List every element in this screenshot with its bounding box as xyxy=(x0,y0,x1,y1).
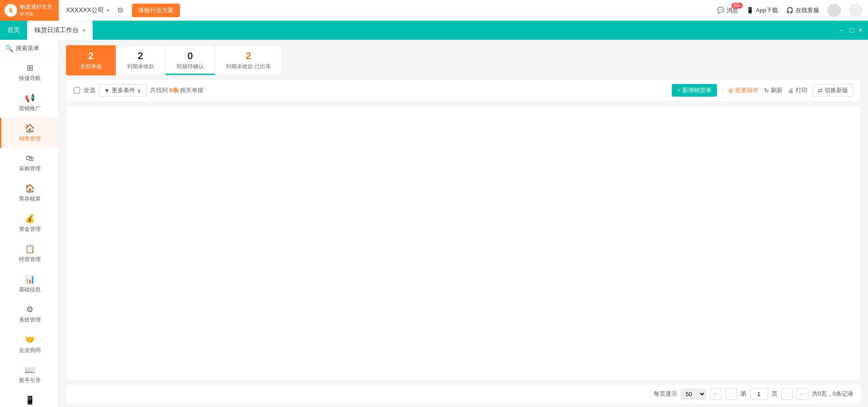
select-all-checkbox[interactable] xyxy=(74,87,80,94)
sidebar-item-enterprise[interactable]: 🤝 企业协同 xyxy=(0,329,58,360)
finance-icon: 💰 xyxy=(25,214,35,224)
print-button[interactable]: 🖨 打印 xyxy=(788,86,807,94)
trial-button[interactable]: 体验行业方案 xyxy=(132,4,180,17)
batch-operation-button[interactable]: ⊞ 批量操作 xyxy=(728,86,759,94)
avatar-extra[interactable] xyxy=(849,4,863,17)
app-download-button[interactable]: 📱 App下载 xyxy=(746,6,778,14)
tab-home[interactable]: 首页 xyxy=(0,21,27,40)
refresh-icon: ↻ xyxy=(764,87,769,94)
main-layout: 🔍 搜索菜单 ⊞ 快捷导航 📢 营销推广 🏠 销售管理 🛍 采购管理 🏠 库存核… xyxy=(0,40,868,407)
add-sales-order-button[interactable]: + 新增销货单 xyxy=(672,84,717,97)
tab-close-icon[interactable]: × xyxy=(82,27,85,33)
sidebar-item-guide[interactable]: 📖 新手引导 xyxy=(0,360,58,390)
logo-text: 畅捷通好生意 标准版 xyxy=(20,4,52,17)
page-suffix: 页 xyxy=(772,390,778,398)
page-number-input[interactable] xyxy=(750,388,768,400)
refresh-button[interactable]: ↻ 刷新 xyxy=(764,86,783,94)
grid-icon: ⊞ xyxy=(27,63,33,73)
download-icon: 📱 xyxy=(746,7,754,14)
total-label: 共0页，0条记录 xyxy=(812,390,854,398)
page-label: 第 xyxy=(741,390,746,398)
batch-icon: ⊞ xyxy=(728,87,733,94)
top-header: 6 畅捷通好生意 标准版 XXXXXX公司 ▾ ⚙ 体验行业方案 💬 消息 99… xyxy=(0,0,868,21)
inventory-icon: 🏠 xyxy=(25,183,35,193)
sidebar-item-app-center[interactable]: 📱 应用中心 xyxy=(0,390,58,407)
sidebar-item-inventory[interactable]: 🏠 库存核算 xyxy=(0,178,58,208)
online-service-button[interactable]: 🎧 在线客服 xyxy=(786,6,819,14)
tab-qianhuowork[interactable]: 钱货日清工作台 × xyxy=(27,21,93,40)
filter-tab-overdue[interactable]: 2 到期未收款 xyxy=(116,45,165,75)
sales-icon: 🏠 xyxy=(25,123,35,133)
sidebar: 🔍 搜索菜单 ⊞ 快捷导航 📢 营销推广 🏠 销售管理 🛍 采购管理 🏠 库存核… xyxy=(0,40,59,407)
sidebar-item-system[interactable]: ⚙ 系统管理 xyxy=(0,299,58,329)
divider xyxy=(722,87,723,94)
message-button[interactable]: 💬 消息 99+ xyxy=(717,6,738,14)
purchase-icon: 🛍 xyxy=(26,154,34,163)
content-area: 2 全部单据 2 到期未收款 0 旺辅待确认 2 到期未收款 已出库 全选 xyxy=(59,40,868,407)
enterprise-icon: 🤝 xyxy=(25,335,35,345)
print-icon: 🖨 xyxy=(788,87,794,94)
sidebar-item-basic-info[interactable]: 📊 基础信息 xyxy=(0,269,58,299)
sidebar-item-finance[interactable]: 💰 资金管理 xyxy=(0,208,58,239)
system-icon: ⚙ xyxy=(26,304,33,314)
first-page-button[interactable]: « xyxy=(710,388,722,400)
switch-version-button[interactable]: ⇄ 切换新版 xyxy=(813,84,853,97)
sidebar-item-purchase[interactable]: 🛍 采购管理 xyxy=(0,148,58,178)
operations-icon: 📋 xyxy=(25,244,35,254)
marketing-icon: 📢 xyxy=(25,93,35,103)
table-area xyxy=(66,105,861,380)
guide-icon: 📖 xyxy=(25,365,35,375)
page-size-select[interactable]: 50 100 200 xyxy=(681,389,706,399)
sidebar-item-operations[interactable]: 📋 经营管理 xyxy=(0,239,58,269)
sidebar-item-quick-nav[interactable]: ⊞ 快捷导航 xyxy=(0,57,58,88)
basic-info-icon: 📊 xyxy=(25,274,35,284)
found-text: 共找到 0条 相关单据 xyxy=(150,86,203,94)
message-badge: 99+ xyxy=(731,3,743,9)
sidebar-item-sales[interactable]: 🏠 销售管理 xyxy=(0,118,58,148)
minimize-icon[interactable]: － xyxy=(838,26,845,35)
logo-icon: 6 xyxy=(5,4,17,17)
toolbar-left: 全选 ▼ 更多条件 ∨ 共找到 0条 相关单据 xyxy=(74,84,668,97)
company-selector[interactable]: XXXXXX公司 ▾ xyxy=(66,6,109,14)
next-page-button[interactable]: › xyxy=(781,388,793,400)
filter-tabs: 2 全部单据 2 到期未收款 0 旺辅待确认 2 到期未收款 已出库 xyxy=(59,40,868,75)
toolbar: 全选 ▼ 更多条件 ∨ 共找到 0条 相关单据 + 新增销货单 ⊞ 批量操作 xyxy=(66,79,861,102)
page-size-label: 每页显示 xyxy=(654,390,677,398)
message-icon: 💬 xyxy=(717,7,724,14)
avatar[interactable] xyxy=(827,4,841,17)
filter-tab-overdue-out[interactable]: 2 到期未收款 已出库 xyxy=(215,45,282,75)
filter-tab-wangwang[interactable]: 0 旺辅待确认 xyxy=(165,45,215,75)
sidebar-item-marketing[interactable]: 📢 营销推广 xyxy=(0,88,58,118)
more-filters-button[interactable]: ▼ 更多条件 ∨ xyxy=(99,84,146,97)
switch-icon: ⇄ xyxy=(818,87,823,94)
toolbar-right: + 新增销货单 ⊞ 批量操作 ↻ 刷新 🖨 打印 ⇄ 切换新版 xyxy=(672,84,853,97)
filter-tab-all[interactable]: 2 全部单据 xyxy=(66,45,116,75)
pagination: 每页显示 50 100 200 « ‹ 第 页 › » 共0页，0条记录 xyxy=(66,384,861,403)
settings-button[interactable]: ⚙ xyxy=(114,4,127,17)
last-page-button[interactable]: » xyxy=(797,388,808,400)
table-empty-state xyxy=(66,106,860,380)
gear-icon: ⚙ xyxy=(117,6,123,14)
search-icon: 🔍 xyxy=(5,45,13,52)
close-window-icon[interactable]: × xyxy=(859,26,863,34)
app-center-icon: 📱 xyxy=(25,395,35,405)
select-all-label: 全选 xyxy=(84,86,95,94)
sidebar-search[interactable]: 🔍 搜索菜单 xyxy=(0,40,58,57)
chevron-down-icon: ∨ xyxy=(137,87,142,94)
logo-area: 6 畅捷通好生意 标准版 xyxy=(0,0,59,21)
tab-underline xyxy=(165,74,215,75)
tab-actions: － □ × xyxy=(838,26,868,35)
headset-icon: 🎧 xyxy=(786,7,793,14)
nav-tabs: 首页 钱货日清工作台 × － □ × xyxy=(0,21,868,40)
header-right: 💬 消息 99+ 📱 App下载 🎧 在线客服 xyxy=(717,4,863,17)
prev-page-button[interactable]: ‹ xyxy=(725,388,737,400)
chevron-down-icon: ▾ xyxy=(107,7,109,14)
filter-icon: ▼ xyxy=(104,87,110,94)
found-count: 0条 xyxy=(170,87,179,94)
maximize-icon[interactable]: □ xyxy=(849,26,854,34)
